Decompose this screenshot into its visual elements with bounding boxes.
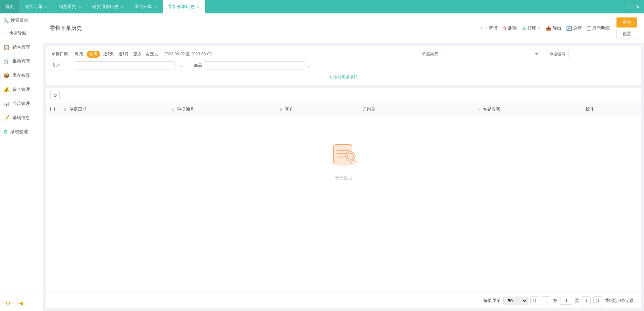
delete-icon: 🗑	[502, 25, 507, 31]
last-page-btn[interactable]: ⟩⟩	[593, 296, 602, 305]
tab-home-label: 首页	[5, 4, 14, 10]
tab-retail-open[interactable]: 零售开单 ✕	[129, 0, 163, 13]
sort-amount-icon[interactable]: ⇅	[478, 108, 481, 111]
print-icon: 🖨	[522, 25, 526, 31]
tab-sales-return[interactable]: 销货退货 ✕	[53, 0, 87, 13]
tab-sales-order-close[interactable]: ✕	[45, 5, 48, 9]
date-range-display: 2023-06-02 至 2023-06-02	[164, 51, 211, 57]
customer-input[interactable]	[74, 61, 175, 69]
tab-sales-return-history-label: 销货退货历史	[92, 4, 118, 10]
type-filter-select[interactable]	[441, 50, 541, 58]
sidebar-item-sales-mgmt[interactable]: 📋 销售管理	[0, 40, 43, 54]
type-filter-label: 单据类型	[422, 51, 438, 57]
sidebar-item-basic-info[interactable]: 📝 基础信息	[0, 111, 43, 125]
print-button[interactable]: 🖨 打印 ▼	[522, 25, 541, 31]
tab-sales-return-history[interactable]: 销货退货历史 ✕	[87, 0, 129, 13]
sidebar-item-operation[interactable]: 📊 经营管理	[0, 97, 43, 111]
tab-sales-order[interactable]: 销售订单 ✕	[20, 0, 53, 13]
date-btn-more[interactable]: 更多	[132, 51, 143, 58]
sidebar-nav: ⌂ 快捷导航 📋 销售管理 🛒 采购管理 📦 库存核算 💰 资金管理 📊	[0, 26, 43, 295]
collapse-btn[interactable]: ∧ 收起更多条件	[52, 73, 635, 81]
sidebar-settings-btn[interactable]: ⚙	[3, 298, 13, 308]
col-action: 操作	[582, 103, 641, 116]
date-btn-yesterday[interactable]: 昨天	[74, 51, 85, 58]
sales-mgmt-label: 销售管理	[12, 44, 30, 50]
sidebar-search[interactable]: 🔍 搜索菜单	[0, 13, 43, 26]
svg-line-8	[354, 160, 356, 162]
settings-gear-icon: ⚙	[6, 300, 10, 306]
table-scroll[interactable]: ⇅ 单据日期 ⇅ 单据编号 ⇅ 客户	[46, 103, 641, 293]
tab-retail-open-label: 零售开单	[135, 4, 152, 10]
tab-retail-open-history-label: 零售开单历史	[168, 4, 194, 10]
tab-sales-return-history-close[interactable]: ✕	[120, 5, 123, 9]
operation-label: 经营管理	[12, 101, 30, 107]
tab-sales-order-label: 销售订单	[25, 4, 43, 10]
tab-bar: 首页 销售订单 ✕ 销货退货 ✕ 销货退货历史 ✕ 零售开单 ✕ 零售开单历史 …	[0, 0, 644, 13]
sidebar-item-inventory[interactable]: 📦 库存核算	[0, 68, 43, 83]
sidebar-item-purchase-mgmt[interactable]: 🛒 采购管理	[0, 54, 43, 68]
empty-text: 暂无数据	[335, 175, 352, 181]
tab-retail-open-close[interactable]: ✕	[154, 5, 157, 9]
purchase-mgmt-icon: 🛒	[3, 58, 10, 64]
display-checkbox[interactable]	[587, 26, 591, 31]
prev-page-btn[interactable]: ⟨	[542, 296, 550, 305]
quick-nav-label: 快捷导航	[9, 30, 27, 36]
tab-retail-open-history-close[interactable]: ✕	[196, 5, 199, 9]
sort-guide-icon[interactable]: ⇅	[357, 108, 360, 111]
finance-label: 资金管理	[12, 87, 30, 93]
delete-button[interactable]: 🗑 删除	[502, 25, 517, 31]
system-icon: ⚙	[3, 129, 8, 135]
data-table: ⇅ 单据日期 ⇅ 单据编号 ⇅ 客户	[46, 103, 641, 116]
purchase-mgmt-label: 采购管理	[12, 58, 30, 64]
table-container: ⚙ ⇅ 单据日期	[46, 88, 641, 308]
page-size-select[interactable]: 50 10 20 100	[503, 297, 528, 305]
empty-state: 暂无数据	[46, 116, 641, 201]
order-no-input[interactable]	[568, 50, 635, 58]
maximize-btn[interactable]: □	[630, 4, 633, 10]
date-btn-custom[interactable]: 自定义	[145, 51, 159, 58]
table-settings-btn[interactable]: ⚙	[50, 91, 60, 100]
query-button[interactable]: 查询	[616, 17, 637, 28]
page-title: 零售开单历史	[50, 25, 82, 32]
sort-date-icon[interactable]: ⇅	[64, 108, 66, 111]
first-page-btn[interactable]: ⟨⟨	[530, 296, 539, 305]
export-button[interactable]: 📤 导出	[546, 25, 561, 31]
sidebar-item-finance[interactable]: 💰 资金管理	[0, 83, 43, 97]
order-no-filter-label: 单据编号	[549, 51, 565, 57]
header-actions: ＋ + 新增 🗑 删除 🖨 打印 ▼ 📤 导出 🔄	[479, 17, 637, 39]
col-customer: ⇅ 客户	[276, 103, 353, 116]
sales-mgmt-icon: 📋	[3, 44, 10, 50]
col-no: ⇅ 单据编号	[168, 103, 276, 116]
add-button[interactable]: ＋ + 新增	[479, 25, 497, 31]
add-icon: ＋	[479, 25, 484, 31]
sidebar-item-quick-nav[interactable]: ⌂ 快捷导航	[0, 26, 43, 40]
page-input[interactable]	[560, 297, 572, 305]
settings-button[interactable]: 设置	[616, 29, 637, 39]
tab-retail-open-history[interactable]: 零售开单历史 ✕	[163, 0, 205, 13]
sort-customer-icon[interactable]: ⇅	[280, 108, 282, 111]
col-guide: ⇅ 导购员	[353, 103, 446, 116]
goods-input[interactable]	[205, 61, 305, 69]
window-controls: — □ ✕	[622, 4, 644, 10]
customer-ellipsis[interactable]: ...	[180, 63, 183, 68]
date-btn-today[interactable]: 今天	[87, 51, 100, 58]
next-page-btn[interactable]: ⟩	[582, 296, 591, 305]
close-btn[interactable]: ✕	[636, 4, 640, 10]
sidebar-collapse-btn[interactable]: ◀	[16, 298, 26, 308]
tab-sales-return-close[interactable]: ✕	[78, 5, 81, 9]
quick-nav-icon: ⌂	[3, 31, 6, 36]
select-all-checkbox[interactable]	[50, 107, 55, 111]
refresh-icon: 🔄	[566, 25, 572, 31]
tab-home[interactable]: 首页	[0, 0, 20, 13]
sort-no-icon[interactable]: ⇅	[172, 108, 175, 111]
minimize-btn[interactable]: —	[622, 4, 627, 10]
display-toggle[interactable]: 显示明细	[587, 25, 610, 31]
date-btn-1month[interactable]: 近1月	[117, 51, 130, 58]
sidebar-item-system[interactable]: ⚙ 系统管理	[0, 125, 43, 139]
col-spacer	[446, 103, 474, 116]
date-btn-7days[interactable]: 近7天	[102, 51, 115, 58]
refresh-button[interactable]: 🔄 刷新	[566, 25, 582, 31]
pagination-bar: 每页显示 50 10 20 100 ⟨⟨ ⟨ 第 页 ⟩ ⟩⟩ 共0页, 0条记…	[46, 293, 641, 308]
refresh-label: 刷新	[573, 25, 582, 31]
goods-ellipsis[interactable]: ...	[308, 63, 311, 68]
